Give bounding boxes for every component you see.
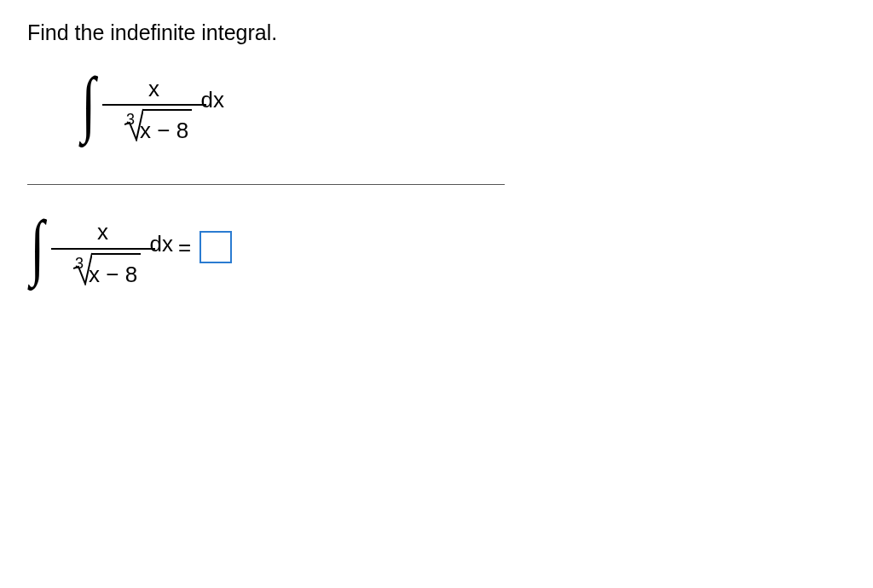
numerator: x xyxy=(51,219,155,249)
fraction: x 3 x − 8 xyxy=(51,219,155,285)
denominator: 3 x − 8 xyxy=(56,250,150,285)
fraction: x 3 x − 8 xyxy=(102,76,206,141)
integral-display: ∫ x 3 x − 8 dx xyxy=(78,76,846,141)
dx-label: dx xyxy=(150,231,173,257)
answer-input[interactable] xyxy=(199,231,232,263)
radicand: x − 8 xyxy=(89,262,137,287)
numerator: x xyxy=(102,76,206,106)
root-index: 3 xyxy=(126,111,135,129)
problem-prompt: Find the indefinite integral. xyxy=(27,20,846,45)
dx-label: dx xyxy=(201,87,224,113)
equals-sign: = xyxy=(178,234,191,261)
integral-sign-icon: ∫ xyxy=(31,214,44,280)
integral-sign-icon: ∫ xyxy=(82,71,95,136)
root-index: 3 xyxy=(75,255,84,273)
answer-expression: ∫ x 3 x − 8 dx = xyxy=(27,219,846,285)
section-divider xyxy=(27,184,505,185)
radicand: x − 8 xyxy=(140,118,188,143)
denominator: 3 x − 8 xyxy=(107,106,201,141)
